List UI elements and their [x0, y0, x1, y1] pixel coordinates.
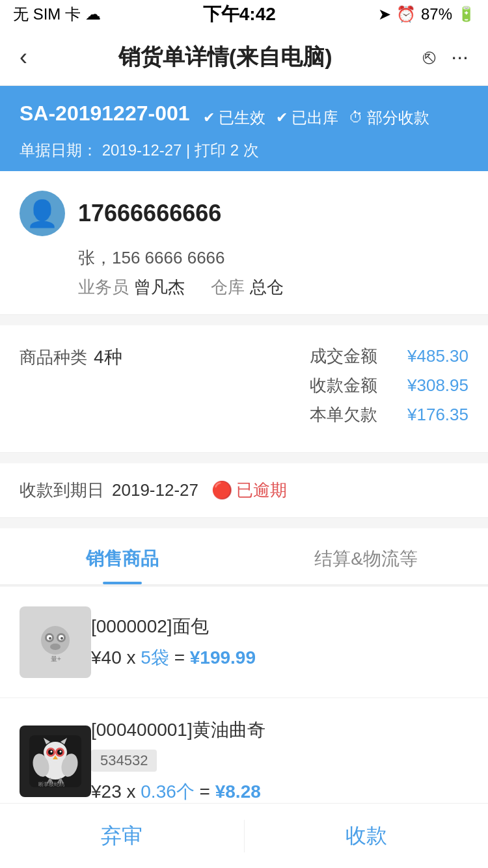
order-date-row: 单据日期： 2019-12-27 | 打印 2 次	[20, 140, 468, 161]
order-date: 2019-12-27	[102, 141, 182, 159]
badge-effective: ✔ 已生效	[203, 107, 265, 128]
owl-icon: 断掌板蛇鸥	[29, 735, 81, 787]
bread-icon: 量+	[33, 619, 78, 665]
tab-sales-label: 销售商品	[86, 549, 159, 569]
status-time: 下午4:42	[203, 2, 276, 27]
product-name-2: [000400001]黄油曲奇	[91, 718, 468, 742]
check-icon2: ✔	[276, 109, 288, 126]
avatar: 👤	[20, 191, 65, 236]
svg-point-6	[61, 637, 63, 640]
collect-amount-label: 收款金额	[310, 374, 377, 397]
status-right: ➤ ⏰ 87% 🔋	[378, 5, 475, 23]
product-total-2: ¥8.28	[215, 781, 261, 802]
warehouse-name: 总仓	[250, 276, 284, 299]
collect-amount-row: 收款金额 ¥308.95	[310, 374, 468, 397]
nav-bar: ‹ 销货单详情(来自电脑) ⎋ ···	[0, 29, 488, 86]
battery-text: 87%	[421, 5, 452, 23]
svg-point-5	[49, 637, 51, 640]
tab-settlement-label: 结算&物流等	[314, 549, 418, 569]
bottom-bar: 弃审 收款	[0, 803, 488, 868]
product-info-2: [000400001]黄油曲奇 534532 ¥23 x 0.36个 = ¥8.…	[91, 718, 468, 804]
customer-name: 张，156 6666 6666	[78, 247, 468, 269]
svg-point-21	[60, 750, 62, 752]
product-info: [0000002]面包 ¥40 x 5袋 = ¥199.99	[91, 614, 468, 670]
order-id: SA-20191227-001	[20, 102, 190, 126]
check-icon: ✔	[203, 109, 215, 126]
location-icon: ➤	[378, 5, 391, 23]
svg-text:量+: 量+	[51, 655, 61, 662]
customer-section: 👤 17666666666 张，156 6666 6666 业务员 曾凡杰 仓库…	[0, 171, 488, 315]
deal-amount-label: 成交金额	[310, 345, 377, 368]
product-tag: 534532	[91, 750, 157, 772]
product-multiply-2: x	[127, 781, 141, 802]
product-equals-2: =	[200, 781, 215, 802]
products-section: 量+ [0000002]面包 ¥40 x 5袋 = ¥199.99	[0, 587, 488, 824]
back-button[interactable]: ‹	[20, 44, 27, 71]
overdue-text: 已逾期	[236, 479, 287, 502]
print-text: | 打印 2 次	[186, 141, 259, 159]
product-name: [0000002]面包	[91, 614, 468, 639]
person-icon: 👤	[26, 198, 59, 229]
svg-point-20	[51, 750, 53, 752]
collect-button[interactable]: 收款	[245, 809, 489, 863]
product-kind-label: 商品种类	[20, 346, 87, 369]
product-total: ¥199.99	[190, 647, 256, 668]
product-price-row: ¥40 x 5袋 = ¥199.99	[91, 645, 468, 670]
product-qty-2: 0.36个	[141, 781, 195, 802]
date-label: 单据日期：	[20, 141, 98, 159]
product-multiply: x	[127, 647, 141, 668]
status-left: 无 SIM 卡 ☁	[13, 4, 101, 25]
debt-amount-row: 本单欠款 ¥176.35	[310, 403, 468, 426]
overdue-icon: 🔴	[211, 480, 232, 500]
product-thumbnail-owl: 断掌板蛇鸥	[20, 726, 91, 797]
customer-meta: 业务员 曾凡杰 仓库 总仓	[78, 276, 468, 299]
customer-phone: 17666666666	[78, 200, 221, 227]
svg-point-7	[50, 644, 61, 650]
tab-settlement[interactable]: 结算&物流等	[244, 528, 488, 584]
alarm-icon: ⏰	[396, 5, 416, 23]
tab-underline	[103, 582, 142, 584]
deal-amount-value: ¥485.30	[390, 346, 468, 366]
overdue-badge: 🔴 已逾期	[211, 479, 287, 502]
collect-amount-value: ¥308.95	[390, 375, 468, 396]
nav-icons: ⎋ ···	[423, 45, 468, 69]
stats-section: 商品种类 4种 成交金额 ¥485.30 收款金额 ¥308.95 本单欠款 ¥…	[0, 325, 488, 453]
due-label: 收款到期日	[20, 479, 104, 502]
warehouse-label: 仓库	[211, 276, 245, 299]
product-kind-value: 4种	[94, 345, 122, 370]
due-section: 收款到期日 2019-12-27 🔴 已逾期	[0, 463, 488, 518]
clock-icon: ⏱	[349, 109, 363, 126]
svg-point-0	[41, 626, 70, 655]
stats-right: 成交金额 ¥485.30 收款金额 ¥308.95 本单欠款 ¥176.35	[310, 345, 468, 433]
sales-name: 曾凡杰	[134, 276, 185, 299]
product-equals: =	[174, 647, 190, 668]
product-price-unit-2: ¥23	[91, 781, 122, 802]
due-date-value: 2019-12-27	[112, 480, 198, 500]
debt-amount-value: ¥176.35	[390, 405, 468, 425]
page-title: 销货单详情(来自电脑)	[118, 42, 332, 72]
header-banner: SA-20191227-001 ✔ 已生效 ✔ 已出库 ⏱ 部分收款 单据日期：…	[0, 86, 488, 171]
product-item: 量+ [0000002]面包 ¥40 x 5袋 = ¥199.99	[0, 587, 488, 698]
svg-text:断掌板蛇鸥: 断掌板蛇鸥	[38, 781, 64, 787]
sales-label: 业务员	[78, 276, 129, 299]
stats-left: 商品种类 4种	[20, 345, 122, 370]
signal-text: 无 SIM 卡 ☁	[13, 4, 101, 25]
tab-sales-products[interactable]: 销售商品	[0, 528, 244, 584]
product-price-unit: ¥40	[91, 647, 122, 668]
tabs-container: 销售商品 结算&物流等	[0, 528, 488, 586]
debt-amount-label: 本单欠款	[310, 403, 377, 426]
badge-shipped: ✔ 已出库	[276, 107, 338, 128]
product-qty: 5袋	[141, 647, 169, 668]
status-bar: 无 SIM 卡 ☁ 下午4:42 ➤ ⏰ 87% 🔋	[0, 0, 488, 29]
share-icon[interactable]: ⎋	[423, 45, 435, 69]
cancel-review-button[interactable]: 弃审	[0, 809, 244, 863]
deal-amount-row: 成交金额 ¥485.30	[310, 345, 468, 368]
badge-partial: ⏱ 部分收款	[349, 107, 429, 128]
more-icon[interactable]: ···	[451, 45, 468, 69]
battery-icon: 🔋	[457, 6, 475, 23]
product-thumbnail: 量+	[20, 606, 91, 678]
product-price-row-2: ¥23 x 0.36个 = ¥8.28	[91, 780, 468, 804]
